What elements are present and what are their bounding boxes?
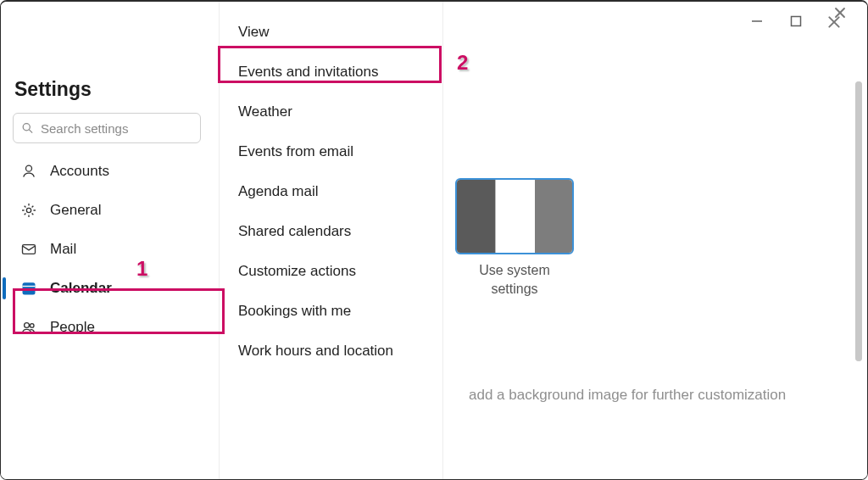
subnav-item-agenda-mail[interactable]: Agenda mail [220, 171, 442, 211]
subnav-item-view[interactable]: View [220, 12, 442, 52]
scrollbar-thumb[interactable] [855, 81, 862, 361]
svg-point-12 [25, 323, 30, 328]
subnav-item-bookings-with-me[interactable]: Bookings with me [220, 291, 442, 331]
svg-line-3 [29, 130, 32, 133]
svg-rect-10 [28, 288, 31, 290]
background-hint-text: add a background image for further custo… [469, 387, 786, 404]
maximize-button[interactable] [787, 13, 804, 30]
people-icon [19, 319, 38, 336]
sidebar-item-label: Accounts [50, 163, 109, 180]
svg-point-5 [26, 208, 31, 212]
subnav-item-work-hours-location[interactable]: Work hours and location [220, 331, 442, 371]
window-titlebar [748, 2, 867, 41]
subnav-item-weather[interactable]: Weather [220, 92, 442, 131]
sidebar-item-people[interactable]: People [13, 308, 210, 347]
subnav-item-label: Events from email [238, 143, 353, 160]
svg-rect-6 [23, 245, 36, 254]
sidebar-item-label: People [50, 319, 95, 336]
sidebar-item-label: Calendar [50, 280, 112, 297]
gear-icon [19, 202, 38, 219]
settings-window: Settings Accounts General [0, 0, 868, 480]
minimize-button[interactable] [748, 13, 765, 30]
subnav-item-label: Shared calendars [238, 223, 351, 240]
subnav-item-label: Customize actions [238, 263, 356, 280]
sidebar-item-accounts[interactable]: Accounts [13, 152, 210, 191]
svg-point-4 [26, 165, 32, 171]
subnav-item-label: View [238, 24, 270, 41]
svg-point-13 [31, 324, 35, 328]
sidebar-item-mail[interactable]: Mail [13, 230, 210, 269]
settings-title: Settings [14, 78, 210, 101]
search-icon [21, 122, 34, 135]
annotation-number-1: 1 [136, 257, 147, 281]
svg-rect-9 [25, 288, 27, 290]
svg-point-2 [23, 124, 30, 131]
theme-preview-light [496, 180, 535, 253]
subnav-item-label: Work hours and location [238, 343, 393, 360]
sidebar-item-label: General [50, 202, 101, 219]
sidebar-item-label: Mail [50, 241, 76, 258]
subnav-item-events-invitations[interactable]: Events and invitations [220, 52, 442, 92]
close-button[interactable] [826, 12, 850, 31]
svg-rect-1 [792, 17, 801, 26]
subnav-item-label: Weather [238, 103, 292, 120]
subnav-item-customize-actions[interactable]: Customize actions [220, 251, 442, 291]
svg-rect-11 [31, 288, 34, 290]
theme-option-label: Use system settings [455, 261, 574, 298]
theme-preview-gray [535, 180, 572, 253]
mail-icon [19, 241, 38, 258]
search-settings-input[interactable] [13, 113, 201, 143]
subnav-item-label: Agenda mail [238, 183, 319, 200]
theme-option-system[interactable] [455, 178, 574, 254]
scrollbar[interactable] [855, 81, 862, 361]
subnav-item-label: Bookings with me [238, 303, 351, 320]
settings-content: Use system settings add a background ima… [443, 2, 867, 479]
sidebar-item-calendar[interactable]: Calendar [13, 269, 210, 308]
search-settings-wrap [13, 113, 201, 143]
theme-preview-dark [457, 180, 496, 253]
subnav-item-label: Events and invitations [238, 64, 378, 81]
annotation-number-2: 2 [457, 51, 468, 75]
settings-subnav: View Events and invitations Weather Even… [220, 2, 443, 479]
settings-sidebar: Settings Accounts General [1, 2, 220, 479]
person-icon [19, 163, 38, 180]
sidebar-item-general[interactable]: General [13, 191, 210, 230]
subnav-item-events-from-email[interactable]: Events from email [220, 131, 442, 171]
calendar-icon [19, 280, 38, 297]
subnav-item-shared-calendars[interactable]: Shared calendars [220, 211, 442, 251]
